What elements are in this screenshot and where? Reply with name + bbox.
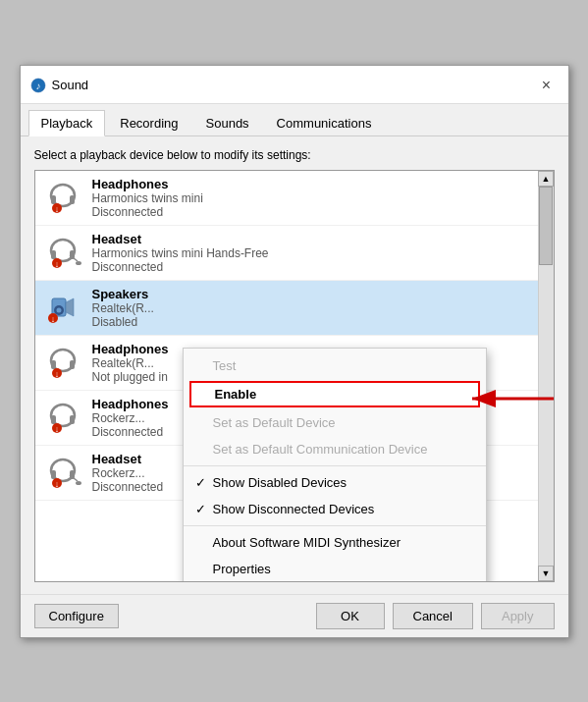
tab-recording[interactable]: Recording bbox=[107, 110, 190, 135]
device-info-headset1: Headset Harmonics twins mini Hands-Free … bbox=[92, 232, 530, 274]
device-icon-headphones3: ↓ bbox=[43, 398, 82, 437]
device-sub2: Disconnected bbox=[92, 205, 530, 219]
device-info-speakers: Speakers Realtek(R... Disabled bbox=[92, 287, 530, 329]
device-name: Headphones bbox=[92, 177, 530, 191]
ctx-item-set-default-comm[interactable]: Set as Default Communication Device bbox=[184, 436, 486, 462]
ctx-item-about-midi[interactable]: About Software MIDI Synthesizer bbox=[184, 529, 486, 556]
device-icon-headphones2: ↓ bbox=[43, 343, 82, 382]
tab-playback[interactable]: Playback bbox=[28, 110, 106, 136]
device-item-headphones1[interactable]: ↓ Headphones Harmonics twins mini Discon… bbox=[35, 171, 538, 226]
close-button[interactable]: × bbox=[535, 74, 559, 97]
dialog-action-buttons: OK Cancel Apply bbox=[316, 603, 555, 629]
svg-rect-31 bbox=[51, 470, 56, 479]
title-bar: ♪ Sound × bbox=[21, 66, 568, 104]
cancel-button[interactable]: Cancel bbox=[393, 603, 473, 629]
ctx-item-show-disconnected[interactable]: Show Disconnected Devices bbox=[184, 496, 486, 522]
scroll-up-arrow[interactable]: ▲ bbox=[538, 171, 554, 187]
sound-dialog: ♪ Sound × Playback Recording Sounds Comm… bbox=[20, 65, 569, 638]
device-item-speakers[interactable]: ↓ Speakers Realtek(R... Disabled bbox=[35, 281, 538, 336]
svg-point-16 bbox=[56, 308, 61, 313]
svg-text:↓: ↓ bbox=[54, 369, 59, 379]
device-item-headset1[interactable]: ↓ Headset Harmonics twins mini Hands-Fre… bbox=[35, 226, 538, 281]
context-menu: Test Enable Set as Default Device Set as… bbox=[183, 348, 487, 582]
apply-button[interactable]: Apply bbox=[481, 603, 555, 629]
ctx-item-enable[interactable]: Enable bbox=[189, 381, 480, 407]
tab-communications[interactable]: Communications bbox=[264, 110, 385, 135]
device-icon-headphones1: ↓ bbox=[43, 178, 82, 217]
content-area: Select a playback device below to modify… bbox=[21, 136, 568, 594]
svg-point-34 bbox=[76, 481, 81, 485]
device-sub2: Disconnected bbox=[92, 260, 530, 274]
device-sub1: Harmonics twins mini Hands-Free bbox=[92, 246, 530, 260]
sound-icon: ♪ bbox=[30, 78, 46, 93]
svg-rect-26 bbox=[51, 415, 56, 424]
title-bar-left: ♪ Sound bbox=[30, 78, 89, 93]
scroll-down-arrow[interactable]: ▼ bbox=[538, 566, 554, 581]
red-arrow-annotation bbox=[453, 384, 555, 413]
svg-marker-17 bbox=[66, 298, 74, 316]
ok-button[interactable]: OK bbox=[316, 603, 385, 629]
svg-rect-22 bbox=[70, 360, 75, 369]
ctx-item-test[interactable]: Test bbox=[184, 352, 486, 379]
dialog-footer: Configure OK Cancel Apply bbox=[21, 594, 568, 637]
ctx-item-set-default[interactable]: Set as Default Device bbox=[184, 409, 486, 436]
svg-text:↓: ↓ bbox=[54, 259, 59, 269]
device-icon-headset2: ↓ bbox=[43, 453, 82, 492]
scroll-thumb[interactable] bbox=[539, 187, 553, 265]
tab-sounds[interactable]: Sounds bbox=[193, 110, 262, 135]
dialog-title: Sound bbox=[52, 78, 89, 92]
ctx-separator-2 bbox=[184, 525, 486, 526]
ctx-item-show-disabled[interactable]: Show Disabled Devices bbox=[184, 469, 486, 496]
svg-text:↓: ↓ bbox=[54, 204, 59, 214]
device-icon-headset1: ↓ bbox=[43, 233, 82, 272]
svg-text:↓: ↓ bbox=[54, 424, 59, 434]
svg-rect-21 bbox=[51, 360, 56, 369]
svg-text:♪: ♪ bbox=[35, 81, 40, 91]
ctx-item-properties[interactable]: Properties bbox=[184, 556, 486, 582]
scrollbar[interactable]: ▲ ▼ bbox=[538, 171, 554, 581]
tabs-container: Playback Recording Sounds Communications bbox=[21, 104, 568, 136]
svg-rect-4 bbox=[70, 195, 75, 204]
svg-text:↓: ↓ bbox=[50, 314, 55, 324]
svg-point-11 bbox=[76, 261, 81, 265]
device-sub1: Harmonics twins mini bbox=[92, 191, 530, 205]
description-text: Select a playback device below to modify… bbox=[34, 148, 555, 162]
device-list-container: ↓ Headphones Harmonics twins mini Discon… bbox=[34, 170, 555, 582]
svg-rect-8 bbox=[51, 250, 56, 259]
device-info-headphones1: Headphones Harmonics twins mini Disconne… bbox=[92, 177, 530, 219]
scroll-track[interactable] bbox=[539, 187, 554, 566]
device-sub1: Realtek(R... bbox=[92, 301, 530, 315]
svg-rect-3 bbox=[51, 195, 56, 204]
device-sub2: Disabled bbox=[92, 315, 530, 329]
device-name: Speakers bbox=[92, 287, 530, 301]
svg-text:↓: ↓ bbox=[54, 479, 59, 489]
device-icon-speakers: ↓ bbox=[43, 288, 82, 327]
device-name: Headset bbox=[92, 232, 530, 246]
ctx-separator-1 bbox=[184, 465, 486, 466]
configure-button[interactable]: Configure bbox=[34, 604, 119, 628]
svg-rect-27 bbox=[70, 415, 75, 424]
